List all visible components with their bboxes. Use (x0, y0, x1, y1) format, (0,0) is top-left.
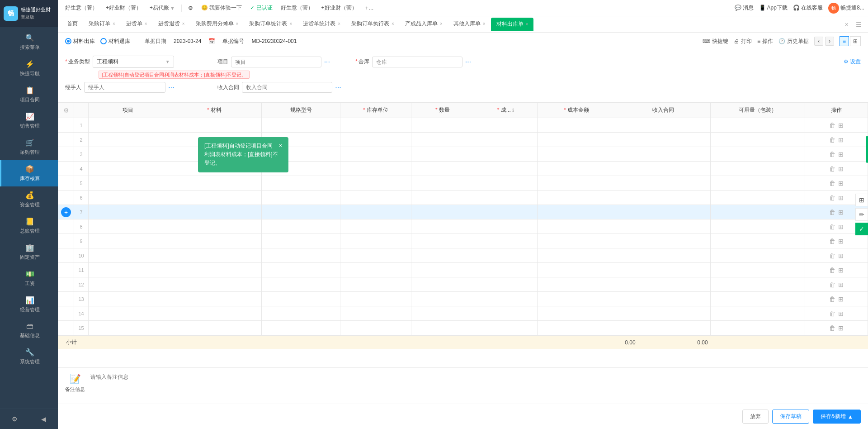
cost-amount-cell[interactable] (537, 306, 616, 321)
project-input[interactable] (231, 57, 321, 67)
cost-cell[interactable] (474, 133, 537, 147)
available-cell[interactable] (710, 263, 805, 277)
project-cell[interactable] (89, 191, 167, 205)
sidebar-item-7[interactable]: 📒总账管理 (0, 213, 58, 239)
spec-cell[interactable] (262, 118, 340, 133)
cost-cell[interactable] (474, 191, 537, 205)
topnav-certified[interactable]: ✓ 已认证 (246, 2, 276, 14)
available-cell[interactable] (710, 219, 805, 234)
cost-amount-cell[interactable] (537, 191, 616, 205)
tab-close-all-btn[interactable]: × (842, 20, 851, 29)
project-cell[interactable] (89, 248, 167, 263)
available-cell[interactable] (710, 306, 805, 321)
unit-cell[interactable] (340, 263, 411, 277)
spec-cell[interactable] (262, 219, 340, 234)
material-cell[interactable] (167, 118, 262, 133)
tab-product-in[interactable]: 产成品入库单 × (400, 17, 448, 31)
sidebar-item-1[interactable]: ⚡快捷导航 (0, 55, 58, 81)
unit-cell[interactable] (340, 205, 411, 219)
view-table-btn[interactable]: ≡ (840, 36, 849, 46)
topnav-settings[interactable]: ⚙ (184, 3, 197, 13)
cost-cell[interactable] (474, 248, 537, 263)
delete-row-btn[interactable]: 🗑 (829, 136, 835, 143)
delete-row-btn[interactable]: 🗑 (829, 281, 835, 288)
topnav-try[interactable]: 😊 我要体验一下 (198, 2, 245, 14)
cost-cell[interactable] (474, 176, 537, 191)
warehouse-dots-btn[interactable]: ··· (465, 58, 471, 66)
income-contract-cell[interactable] (616, 219, 710, 234)
topnav-yidaizhang[interactable]: +易代账 ▼ (146, 2, 179, 14)
cost-amount-cell[interactable] (537, 248, 616, 263)
material-cell[interactable] (167, 263, 262, 277)
unit-cell[interactable] (340, 219, 411, 234)
cost-cell[interactable] (474, 118, 537, 133)
topnav-more[interactable]: +… (362, 3, 377, 13)
material-cell[interactable] (167, 234, 262, 248)
copy-row-btn[interactable]: ⊞ (838, 267, 844, 274)
delete-row-btn[interactable]: 🗑 (829, 252, 835, 259)
available-cell[interactable] (710, 162, 805, 176)
delete-row-btn[interactable]: 🗑 (829, 267, 835, 274)
cost-cell[interactable] (474, 277, 537, 292)
tab-home[interactable]: 首页 (61, 17, 83, 31)
float-edit-btn[interactable]: ✏ (855, 208, 868, 221)
income-contract-cell[interactable] (616, 306, 710, 321)
notes-input[interactable] (90, 373, 861, 396)
qty-cell[interactable] (411, 205, 474, 219)
cost-amount-cell[interactable] (537, 147, 616, 162)
unit-cell[interactable] (340, 162, 411, 176)
topnav-haoshengyi[interactable]: 好生意（菅） (61, 2, 101, 14)
qty-cell[interactable] (411, 263, 474, 277)
available-cell[interactable] (710, 292, 805, 306)
income-contract-cell[interactable] (616, 292, 710, 306)
sidebar-item-11[interactable]: 🗃基础信息 (0, 318, 58, 343)
income-contract-cell[interactable] (616, 176, 710, 191)
copy-row-btn[interactable]: ⊞ (838, 209, 844, 216)
qty-cell[interactable] (411, 162, 474, 176)
cost-amount-cell[interactable] (537, 234, 616, 248)
tab-purchase-in[interactable]: 进货单 × (121, 17, 153, 31)
income-contract-dots-btn[interactable]: ··· (335, 83, 341, 91)
sidebar-item-10[interactable]: 📊经营管理 (0, 291, 58, 318)
copy-row-btn[interactable]: ⊞ (838, 238, 844, 245)
cost-info-icon[interactable]: ℹ (512, 108, 514, 113)
project-cell[interactable] (89, 118, 167, 133)
available-cell[interactable] (710, 234, 805, 248)
qty-cell[interactable] (411, 176, 474, 191)
available-cell[interactable] (710, 191, 805, 205)
available-cell[interactable] (710, 205, 805, 219)
cost-cell[interactable] (474, 306, 537, 321)
material-cell[interactable] (167, 205, 262, 219)
income-contract-input[interactable] (242, 82, 332, 93)
column-settings-icon[interactable]: ⚙ (63, 107, 69, 114)
material-cell[interactable] (167, 321, 262, 335)
copy-row-btn[interactable]: ⊞ (838, 252, 844, 259)
cost-cell[interactable] (474, 292, 537, 306)
topnav-haoshengyi2[interactable]: 好生意（菅） (277, 2, 317, 14)
qty-cell[interactable] (411, 248, 474, 263)
available-cell[interactable] (710, 248, 805, 263)
unit-cell[interactable] (340, 133, 411, 147)
tab-close-icon[interactable]: × (483, 21, 486, 26)
spec-cell[interactable] (262, 248, 340, 263)
sidebar-item-9[interactable]: 💵工资 (0, 265, 58, 291)
available-cell[interactable] (710, 133, 805, 147)
qty-cell[interactable] (411, 306, 474, 321)
material-cell[interactable] (167, 176, 262, 191)
income-contract-cell[interactable] (616, 248, 710, 263)
spec-cell[interactable] (262, 191, 340, 205)
unit-cell[interactable] (340, 248, 411, 263)
handler-input[interactable] (84, 82, 165, 93)
topbar-message-btn[interactable]: 💬 消息 (735, 4, 754, 12)
cost-amount-cell[interactable] (537, 162, 616, 176)
cost-amount-cell[interactable] (537, 277, 616, 292)
unit-cell[interactable] (340, 292, 411, 306)
copy-row-btn[interactable]: ⊞ (838, 194, 844, 201)
delete-row-btn[interactable]: 🗑 (829, 296, 835, 303)
available-cell[interactable] (710, 118, 805, 133)
sidebar-item-0[interactable]: 🔍搜索菜单 (0, 29, 58, 55)
material-cell[interactable] (167, 219, 262, 234)
project-cell[interactable] (89, 292, 167, 306)
tab-close-icon[interactable]: × (145, 21, 147, 26)
cost-cell[interactable] (474, 321, 537, 335)
